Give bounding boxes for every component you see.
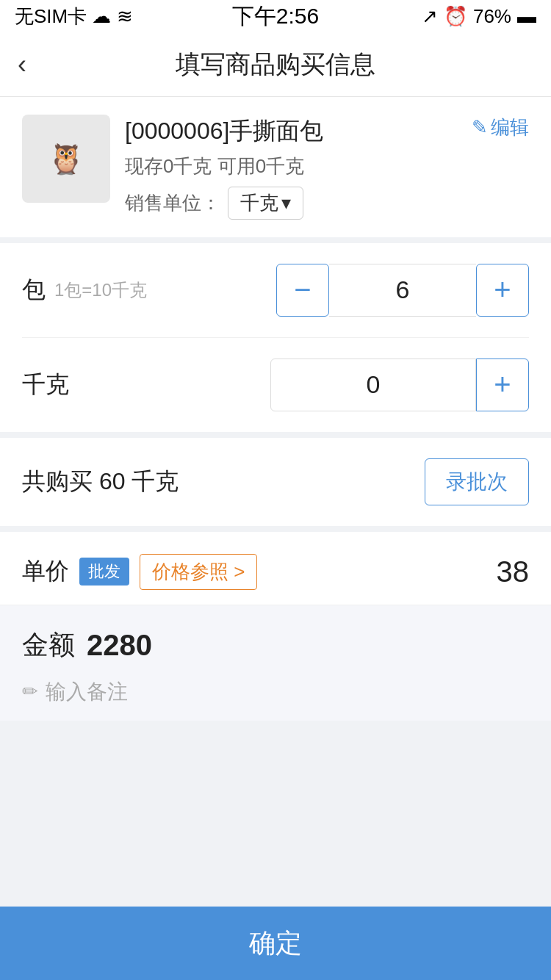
unit-value: 千克: [240, 190, 278, 216]
price-type-badge: 批发: [79, 558, 129, 586]
bao-quantity-row: 包 1包=10千克 − +: [22, 243, 529, 338]
kg-controls: +: [270, 359, 529, 411]
price-section: 单价 批发 价格参照 > 38: [0, 532, 551, 605]
bao-decrement-button[interactable]: −: [276, 264, 329, 317]
kg-label-text: 千克: [22, 369, 69, 401]
edit-button[interactable]: ✎ 编辑: [472, 115, 529, 140]
kg-label: 千克: [22, 369, 69, 401]
unit-select[interactable]: 千克 ▾: [228, 187, 303, 220]
stock-current: 现存0千克: [125, 155, 212, 177]
page-title: 填写商品购买信息: [176, 48, 375, 82]
location-icon: ↗: [422, 5, 438, 28]
status-time: 下午2:56: [232, 1, 319, 32]
product-unit-row: 销售单位： 千克 ▾: [125, 187, 529, 220]
confirm-label: 确定: [249, 926, 302, 962]
bao-controls: − +: [276, 264, 529, 317]
no-sim-text: 无SIM卡 ☁ ≋: [15, 4, 133, 29]
quantity-section: 包 1包=10千克 − + 千克 +: [0, 243, 551, 438]
nav-bar: ‹ 填写商品购买信息: [0, 32, 551, 97]
pencil-icon: ✏: [22, 680, 38, 703]
kg-quantity-row: 千克 +: [22, 338, 529, 432]
product-info: [0000006]手撕面包 ✎ 编辑 现存0千克 可用0千克 销售单位： 千克 …: [125, 115, 529, 220]
remark-placeholder: 输入备注: [46, 678, 128, 706]
bao-input[interactable]: [329, 264, 476, 317]
status-bar: 无SIM卡 ☁ ≋ 下午2:56 ↗ ⏰ 76% ▬: [0, 0, 551, 32]
total-row: 共购买 60 千克 录批次: [0, 438, 551, 532]
back-icon: ‹: [18, 49, 26, 80]
status-left: 无SIM卡 ☁ ≋: [15, 4, 133, 29]
price-label: 单价: [22, 555, 69, 588]
product-name: [0000006]手撕面包: [125, 115, 323, 148]
battery-text: 76%: [473, 5, 511, 28]
product-thumbnail: 🦉: [22, 115, 110, 203]
amount-label: 金额: [22, 627, 75, 663]
price-row: 单价 批发 价格参照 > 38: [22, 554, 529, 590]
unit-label: 销售单位：: [125, 190, 220, 216]
bao-hint: 1包=10千克: [54, 278, 147, 302]
bao-increment-button[interactable]: +: [476, 264, 529, 317]
price-ref-button[interactable]: 价格参照 >: [140, 554, 257, 590]
amount-value: 2280: [87, 629, 152, 662]
product-card: 🦉 [0000006]手撕面包 ✎ 编辑 现存0千克 可用0千克 销售单位： 千…: [0, 97, 551, 243]
amount-section: 金额 2280 ✏ 输入备注: [0, 605, 551, 721]
status-right: ↗ ⏰ 76% ▬: [422, 5, 536, 28]
total-text: 共购买 60 千克: [22, 466, 179, 498]
remark-row[interactable]: ✏ 输入备注: [22, 678, 529, 706]
stock-available: 可用0千克: [217, 155, 304, 177]
amount-row: 金额 2280: [22, 627, 529, 663]
kg-input[interactable]: [270, 359, 476, 411]
alarm-icon: ⏰: [444, 5, 467, 28]
kg-increment-button[interactable]: +: [476, 359, 529, 411]
battery-icon: ▬: [517, 5, 536, 28]
product-thumb-icon: 🦉: [48, 142, 84, 176]
batch-button[interactable]: 录批次: [425, 458, 529, 505]
bao-label-group: 包 1包=10千克: [22, 274, 147, 306]
bao-label: 包: [22, 274, 46, 306]
price-value: 38: [497, 555, 530, 588]
edit-label: 编辑: [491, 115, 529, 140]
confirm-button[interactable]: 确定: [0, 907, 551, 980]
chevron-down-icon: ▾: [281, 192, 291, 215]
back-button[interactable]: ‹: [18, 49, 26, 80]
product-stock: 现存0千克 可用0千克: [125, 154, 529, 179]
edit-icon: ✎: [472, 116, 488, 139]
